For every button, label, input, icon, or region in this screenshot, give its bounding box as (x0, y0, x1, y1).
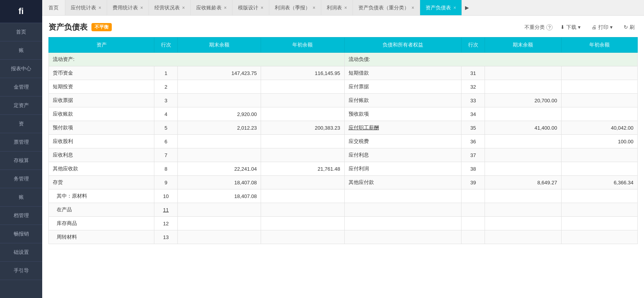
sidebar-logo: fi (0, 0, 42, 23)
asset-period-end (178, 80, 261, 94)
asset-row-num: 8 (154, 162, 178, 176)
tab-expense-stats[interactable]: 费用统计表 × (107, 0, 149, 16)
sidebar-item-affairs-mgmt[interactable]: 务管理 (0, 170, 42, 188)
liability-name[interactable]: 应付职工薪酬 (344, 121, 462, 135)
asset-name: 应收股利 (49, 135, 154, 148)
table-row: 周转材料 13 (49, 230, 638, 244)
liability-row-num: 35 (462, 121, 485, 135)
asset-period-end: 18,407.08 (178, 176, 261, 189)
tab-operations[interactable]: 经营状况表 × (149, 0, 191, 16)
asset-name: 预付款项 (49, 121, 154, 135)
tab-receivable-aging[interactable]: 应收账龄表 × (191, 0, 233, 16)
col-year-begin2: 年初余额 (561, 37, 637, 53)
liability-year-begin: 6,366.34 (561, 176, 637, 189)
liability-name (344, 203, 462, 217)
close-icon[interactable]: × (313, 5, 315, 11)
asset-row-num: 13 (154, 230, 178, 244)
sidebar-item-archive[interactable]: 档管理 (0, 207, 42, 225)
close-icon[interactable]: × (182, 5, 185, 11)
chevron-down-icon: ▾ (578, 24, 581, 30)
col-liability: 负债和所有者权益 (344, 37, 462, 53)
no-classify-option[interactable]: 不重分类 ? (524, 24, 553, 31)
sidebar-item-ticket-mgmt[interactable]: 票管理 (0, 133, 42, 152)
asset-period-end: 2,012.23 (178, 121, 261, 135)
sidebar-item-settings[interactable]: 础设置 (0, 243, 42, 262)
table-row: 预付款项 5 2,012.23 200,383.23 应付职工薪酬 35 41,… (49, 121, 638, 135)
tab-profit[interactable]: 利润表 × (321, 0, 353, 16)
sidebar-item-ledger[interactable]: 账 (0, 188, 42, 207)
liability-row-num: 34 (462, 107, 485, 121)
liability-period-end (485, 230, 561, 244)
sidebar-item-fund-mgmt[interactable]: 金管理 (0, 78, 42, 96)
table-row: 其他应收款 8 22,241.04 21,761.48 应付利润 38 (49, 162, 638, 176)
asset-row-num: 9 (154, 176, 178, 189)
sidebar-item-inventory[interactable]: 存核算 (0, 152, 42, 170)
liability-row-num (462, 217, 485, 230)
table-row: 应收票据 3 应付账款 33 20,700.00 (49, 94, 638, 107)
col-period-end: 期末余额 (178, 37, 261, 53)
close-icon[interactable]: × (411, 5, 414, 11)
tab-payable-stats[interactable]: 应付统计表 × (65, 0, 107, 16)
asset-year-begin (261, 203, 344, 217)
refresh-button[interactable]: ↻ 刷 (621, 22, 638, 32)
liability-period-end (485, 148, 561, 162)
print-button[interactable]: 🖨 打印 ▾ (589, 22, 616, 32)
asset-name: 应收账款 (49, 107, 154, 121)
liability-period-end (485, 217, 561, 230)
asset-year-begin (261, 80, 344, 94)
liability-year-begin: 40,042.00 (561, 121, 637, 135)
liability-row-num (462, 189, 485, 203)
close-icon[interactable]: × (344, 5, 347, 11)
close-icon[interactable]: × (453, 5, 456, 11)
sidebar-item-guide[interactable]: 手引导 (0, 262, 42, 280)
content-area: 资产负债表 不平衡 不重分类 ? ⬇ 下载 ▾ 🖨 打印 ▾ ↻ (42, 16, 644, 298)
liability-name: 应付利润 (344, 162, 462, 176)
asset-name: 货币资金 (49, 66, 154, 80)
tab-template-design[interactable]: 模版设计 × (233, 0, 269, 16)
sidebar-item-fixed-assets[interactable]: 定资产 (0, 96, 42, 115)
liability-year-begin (561, 80, 637, 94)
col-row-num: 行次 (154, 37, 178, 53)
sidebar-item-account[interactable]: 账 (0, 41, 42, 60)
tab-balance-sheet[interactable]: 资产负债表 × (420, 0, 462, 16)
asset-year-begin (261, 94, 344, 107)
table-row: 存货 9 18,407.08 其他应付款 39 8,649.27 6,366.3… (49, 176, 638, 189)
close-icon[interactable]: × (98, 5, 101, 11)
help-icon[interactable]: ? (546, 24, 553, 30)
close-icon[interactable]: × (261, 5, 263, 11)
asset-name: 其他应收款 (49, 162, 154, 176)
section-asset-label: 流动资产: (49, 53, 345, 66)
tab-profit-quarterly[interactable]: 利润表（季报） × (269, 0, 321, 16)
asset-name: 库存商品 (49, 217, 154, 230)
asset-row-num: 5 (154, 121, 178, 135)
sidebar-item-resource[interactable]: 资 (0, 115, 42, 133)
asset-row-num: 6 (154, 135, 178, 148)
tab-home[interactable]: 首页 (42, 0, 65, 16)
sidebar-item-expense[interactable]: 畅报销 (0, 225, 42, 243)
sidebar-item-home[interactable]: 首页 (0, 23, 42, 41)
liability-year-begin (561, 148, 637, 162)
asset-name: 应收票据 (49, 94, 154, 107)
asset-row-num: 12 (154, 217, 178, 230)
liability-name: 其他应付款 (344, 176, 462, 189)
asset-period-end: 18,407.08 (178, 189, 261, 203)
liability-row-num (462, 230, 485, 244)
close-icon[interactable]: × (224, 5, 227, 11)
liability-row-num: 37 (462, 148, 485, 162)
asset-period-end: 2,920.00 (178, 107, 261, 121)
close-icon[interactable]: × (140, 5, 143, 11)
download-button[interactable]: ⬇ 下载 ▾ (557, 22, 584, 32)
asset-period-end: 147,423.75 (178, 66, 261, 80)
unbalanced-badge: 不平衡 (91, 23, 112, 31)
liability-row-num: 32 (462, 80, 485, 94)
tab-balance-reclassified[interactable]: 资产负债表（重分类） × (353, 0, 420, 16)
liability-year-begin (561, 66, 637, 80)
asset-period-end (178, 94, 261, 107)
asset-row-num[interactable]: 11 (154, 203, 178, 217)
sidebar-item-report-center[interactable]: 报表中心 (0, 60, 42, 78)
liability-year-begin (561, 189, 637, 203)
liability-name: 应付利息 (344, 148, 462, 162)
tab-arrow[interactable]: ▶ (462, 0, 472, 16)
page-header: 资产负债表 不平衡 不重分类 ? ⬇ 下载 ▾ 🖨 打印 ▾ ↻ (48, 22, 638, 32)
asset-year-begin (261, 176, 344, 189)
